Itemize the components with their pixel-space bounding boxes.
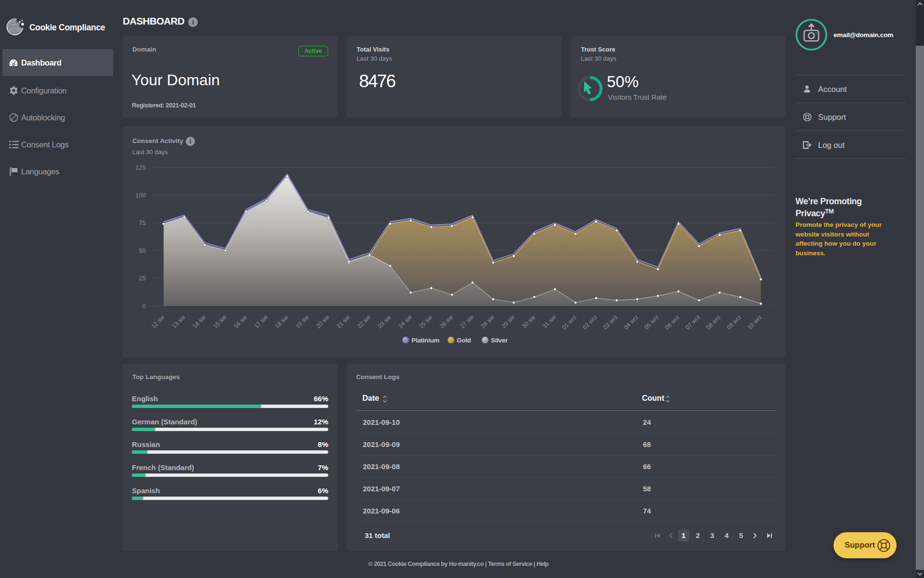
svg-text:02 wrz: 02 wrz	[581, 314, 599, 331]
svg-text:13 sie: 13 sie	[170, 314, 187, 330]
svg-text:Gold: Gold	[457, 337, 471, 344]
svg-text:100: 100	[135, 192, 146, 199]
svg-text:07 wrz: 07 wrz	[684, 314, 702, 331]
svg-text:10 wrz: 10 wrz	[746, 314, 763, 331]
svg-text:23 sie: 23 sie	[376, 314, 393, 330]
svg-text:25: 25	[139, 275, 146, 282]
svg-text:12 sie: 12 sie	[150, 314, 167, 330]
svg-text:01 wrz: 01 wrz	[561, 314, 578, 331]
svg-text:25 sie: 25 sie	[418, 314, 434, 330]
svg-text:21 sie: 21 sie	[335, 314, 352, 330]
svg-text:06 wrz: 06 wrz	[664, 314, 681, 331]
svg-text:04 wrz: 04 wrz	[622, 314, 640, 331]
svg-text:27 sie: 27 sie	[459, 314, 475, 330]
svg-text:125: 125	[135, 164, 146, 171]
svg-text:28 sie: 28 sie	[479, 314, 496, 330]
svg-text:22 sie: 22 sie	[356, 314, 372, 330]
svg-text:15 sie: 15 sie	[212, 314, 228, 330]
svg-text:50: 50	[139, 247, 146, 254]
svg-text:31 sie: 31 sie	[541, 314, 558, 330]
svg-text:26 sie: 26 sie	[438, 314, 455, 330]
svg-text:75: 75	[139, 219, 146, 226]
svg-text:19 sie: 19 sie	[294, 314, 310, 330]
svg-text:14 sie: 14 sie	[191, 314, 207, 330]
svg-text:16 sie: 16 sie	[232, 314, 249, 330]
svg-text:08 wrz: 08 wrz	[705, 314, 722, 331]
svg-text:30 sie: 30 sie	[521, 314, 537, 330]
svg-text:09 wrz: 09 wrz	[725, 314, 743, 331]
svg-text:20 sie: 20 sie	[315, 314, 331, 330]
svg-text:Platinium: Platinium	[411, 337, 439, 344]
svg-text:17 sie: 17 sie	[253, 314, 270, 330]
svg-text:Silver: Silver	[491, 337, 508, 344]
svg-text:05 wrz: 05 wrz	[643, 314, 660, 331]
svg-text:18 sie: 18 sie	[273, 314, 290, 330]
svg-text:0: 0	[142, 302, 146, 310]
svg-text:29 sie: 29 sie	[500, 314, 516, 330]
svg-text:24 sie: 24 sie	[397, 314, 413, 330]
svg-text:03 wrz: 03 wrz	[602, 314, 619, 331]
